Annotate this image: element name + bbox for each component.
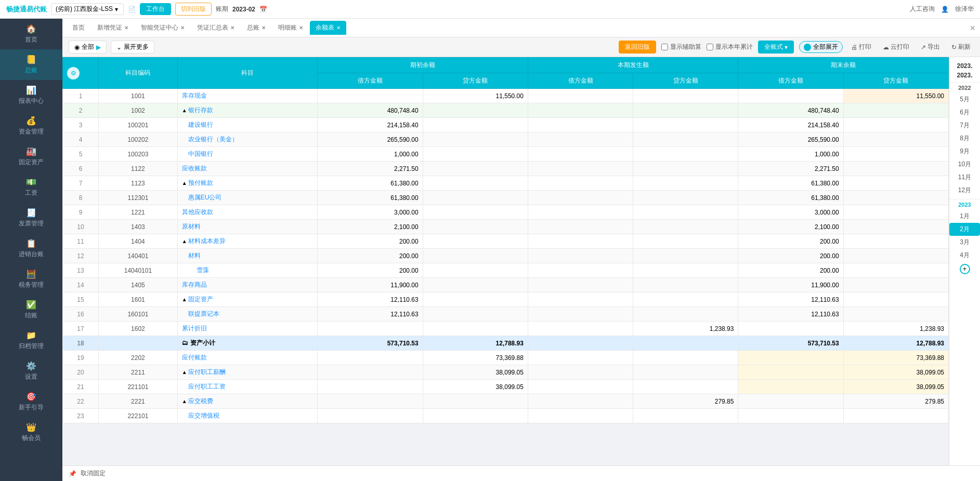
account-name-link[interactable]: 其他应收款 bbox=[182, 208, 213, 216]
cell-pe-debit[interactable]: 573,710.53 bbox=[738, 336, 843, 351]
tab-close-smart-voucher[interactable]: ✕ bbox=[180, 25, 185, 31]
sidebar-item-settings[interactable]: ⚙️ 设置 bbox=[0, 356, 62, 386]
account-name-link[interactable]: 应付账款 bbox=[182, 354, 207, 361]
month-2022-9[interactable]: 9月 bbox=[949, 145, 980, 158]
tab-voucher-summary[interactable]: 凭证汇总表 ✕ bbox=[191, 21, 240, 35]
cell-pe-credit[interactable]: 38,099.05 bbox=[843, 380, 948, 394]
calendar-scroll-icon[interactable]: + bbox=[960, 264, 970, 274]
cell-name[interactable]: ▲预付账款 bbox=[177, 176, 318, 191]
sidebar-item-member[interactable]: 👑 畅会员 bbox=[0, 417, 62, 448]
account-name-link[interactable]: 预付账款 bbox=[188, 179, 213, 186]
cell-name[interactable]: ▲材料成本差异 bbox=[177, 234, 318, 249]
sidebar-item-home[interactable]: 🏠 首页 bbox=[0, 19, 62, 49]
workbench-button[interactable]: 工作台 bbox=[140, 3, 171, 15]
cell-name[interactable]: 其他应收款 bbox=[177, 205, 318, 220]
cell-pe-debit[interactable]: 11,900.00 bbox=[738, 278, 843, 292]
cell-ps-credit[interactable]: 73,369.88 bbox=[423, 351, 528, 365]
cell-ps-credit[interactable]: 38,099.05 bbox=[423, 365, 528, 380]
expand-all-toggle[interactable]: 全部展开 bbox=[799, 41, 843, 53]
account-name-link[interactable]: 原材料 bbox=[182, 223, 201, 230]
cell-pe-debit[interactable]: 200.00 bbox=[738, 249, 843, 263]
cell-ps-debit[interactable]: 200.00 bbox=[318, 234, 423, 249]
cell-ps-debit[interactable]: 11,900.00 bbox=[318, 278, 423, 292]
cell-ps-debit[interactable]: 2,271.50 bbox=[318, 162, 423, 176]
tab-general-ledger[interactable]: 总账 ✕ bbox=[241, 21, 271, 35]
consult-btn[interactable]: 人工咨询 bbox=[910, 5, 935, 14]
cell-ps-debit[interactable]: 265,590.00 bbox=[318, 132, 423, 147]
cell-ps-debit[interactable]: 12,110.63 bbox=[318, 307, 423, 322]
cell-pe-credit[interactable]: 1,238.93 bbox=[843, 322, 948, 336]
full-mode-button[interactable]: 全账式 ▾ bbox=[758, 41, 794, 54]
show-ytd-checkbox[interactable]: 显示本年累计 bbox=[707, 43, 753, 51]
cell-ps-debit[interactable]: 200.00 bbox=[318, 249, 423, 263]
ytd-checkbox-input[interactable] bbox=[707, 44, 713, 50]
tab-close-general-ledger[interactable]: ✕ bbox=[262, 25, 266, 31]
cell-name[interactable]: 应付职工工资 bbox=[177, 380, 318, 394]
cell-name[interactable]: 应收账款 bbox=[177, 162, 318, 176]
account-name-link[interactable]: 材料 bbox=[188, 252, 201, 259]
account-name-link[interactable]: 农业银行（美金） bbox=[188, 136, 238, 143]
account-name-link[interactable]: 材料成本差异 bbox=[188, 237, 226, 245]
account-name-link[interactable]: 累计折旧 bbox=[182, 325, 207, 332]
cell-pe-debit[interactable]: 214,158.40 bbox=[738, 118, 843, 132]
cell-ps-debit[interactable]: 214,158.40 bbox=[318, 118, 423, 132]
sidebar-item-invoice[interactable]: 🧾 发票管理 bbox=[0, 203, 62, 233]
account-name-link[interactable]: 联提票记本 bbox=[188, 310, 219, 317]
account-name-link[interactable]: 应交税费 bbox=[188, 397, 213, 405]
close-all-icon[interactable]: ✕ bbox=[970, 24, 976, 32]
tab-close-detail-ledger[interactable]: ✕ bbox=[299, 25, 303, 31]
cell-cd-credit[interactable]: 1,238.93 bbox=[633, 322, 738, 336]
cell-ps-credit[interactable]: 12,788.93 bbox=[423, 336, 528, 351]
cell-ps-debit[interactable]: 573,710.53 bbox=[318, 336, 423, 351]
cell-pe-debit[interactable]: 2,100.00 bbox=[738, 220, 843, 234]
cell-pe-debit[interactable]: 200.00 bbox=[738, 263, 843, 278]
cell-pe-debit[interactable]: 480,748.40 bbox=[738, 103, 843, 118]
sidebar-item-assets[interactable]: 🏭 固定资产 bbox=[0, 141, 62, 172]
cell-pe-debit[interactable]: 3,000.00 bbox=[738, 205, 843, 220]
account-name-link[interactable]: 银行存款 bbox=[188, 106, 213, 114]
account-name-link[interactable]: 建设银行 bbox=[188, 121, 213, 128]
cell-name[interactable]: 应付账款 bbox=[177, 351, 318, 365]
month-2022-10[interactable]: 10月 bbox=[949, 158, 980, 171]
tab-detail-ledger[interactable]: 明细账 ✕ bbox=[272, 21, 309, 35]
cell-ps-debit[interactable]: 480,748.40 bbox=[318, 103, 423, 118]
sidebar-item-purchase[interactable]: 📋 进销台账 bbox=[0, 233, 62, 264]
cell-ps-debit[interactable]: 61,380.00 bbox=[318, 176, 423, 191]
month-2023-3[interactable]: 3月 bbox=[949, 236, 980, 249]
cell-name[interactable]: ▲应交税费 bbox=[177, 394, 318, 409]
cell-pe-debit[interactable]: 200.00 bbox=[738, 234, 843, 249]
tab-close-new-voucher[interactable]: ✕ bbox=[124, 25, 128, 31]
cell-name[interactable]: ▲固定资产 bbox=[177, 292, 318, 307]
tab-new-voucher[interactable]: 新增凭证 ✕ bbox=[92, 21, 134, 35]
cell-name[interactable]: 🗂资产小计 bbox=[177, 336, 318, 351]
account-name-link[interactable]: 应付职工工资 bbox=[188, 383, 226, 390]
tab-home[interactable]: 首页 bbox=[67, 21, 90, 35]
return-old-version-button[interactable]: 返回旧版 bbox=[619, 41, 656, 54]
cell-pe-debit[interactable]: 1,000.00 bbox=[738, 147, 843, 162]
cell-pe-credit[interactable]: 11,550.00 bbox=[843, 89, 948, 103]
print-button[interactable]: 🖨 打印 bbox=[848, 42, 874, 52]
cell-ps-debit[interactable]: 12,110.63 bbox=[318, 292, 423, 307]
cell-pe-debit[interactable]: 2,271.50 bbox=[738, 162, 843, 176]
cell-ps-credit[interactable]: 38,099.05 bbox=[423, 380, 528, 394]
cell-ps-debit[interactable]: 61,380.00 bbox=[318, 191, 423, 205]
filter-all-button[interactable]: ◉ 全部 ▶ bbox=[69, 41, 107, 54]
cell-pe-debit[interactable]: 12,110.63 bbox=[738, 307, 843, 322]
expand-more-button[interactable]: ⌄ 展开更多 bbox=[111, 41, 154, 54]
month-2023-2[interactable]: 2月 bbox=[949, 223, 980, 236]
export-button[interactable]: ↗ 导出 bbox=[918, 42, 943, 52]
cell-pe-credit[interactable]: 73,369.88 bbox=[843, 351, 948, 365]
header-settings[interactable]: ⚙ bbox=[63, 58, 99, 89]
cell-pe-debit[interactable]: 12,110.63 bbox=[738, 292, 843, 307]
month-2022-5[interactable]: 5月 bbox=[949, 93, 980, 106]
month-2022-8[interactable]: 8月 bbox=[949, 132, 980, 145]
company-selector[interactable]: (劣前) 江西股金-LSS ▾ bbox=[51, 3, 124, 15]
sidebar-item-reports[interactable]: 📊 报表中心 bbox=[0, 80, 62, 111]
account-name-link[interactable]: 库存商品 bbox=[182, 281, 207, 288]
cell-ps-debit[interactable]: 2,100.00 bbox=[318, 220, 423, 234]
aux-checkbox-input[interactable] bbox=[661, 44, 668, 50]
switch-version-button[interactable]: 切到旧版 bbox=[175, 3, 212, 16]
month-2022-12[interactable]: 12月 bbox=[949, 184, 980, 197]
account-name-link[interactable]: 库存现金 bbox=[182, 92, 207, 99]
month-2023-1[interactable]: 1月 bbox=[949, 210, 980, 223]
